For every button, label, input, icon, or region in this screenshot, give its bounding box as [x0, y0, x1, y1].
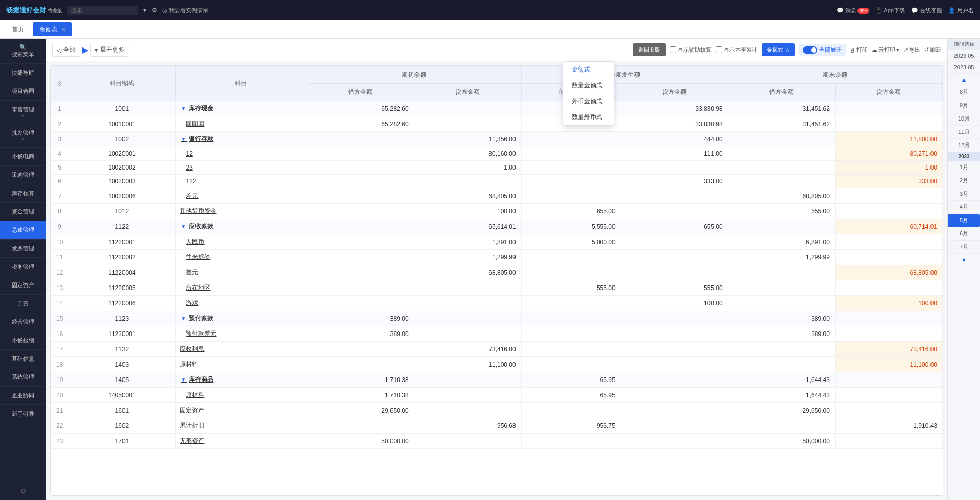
table-settings-icon[interactable]: ⚙ — [57, 80, 62, 87]
format-menu-amount[interactable]: 金额式 — [564, 62, 614, 78]
expand-all-toggle[interactable]: 全部展开 — [799, 44, 846, 56]
tab-close-balance[interactable]: ✕ — [61, 26, 65, 33]
period-may[interactable]: 5月 — [948, 214, 980, 227]
account-code-cell[interactable]: 11220005 — [68, 280, 176, 296]
sidebar-item-wholesale[interactable]: 批发管理 ▾ — [0, 124, 46, 148]
period-jun[interactable]: 6月 — [948, 227, 980, 241]
period-mar[interactable]: 3月 — [948, 187, 980, 201]
export-button[interactable]: ↗ 导出 — [903, 46, 920, 54]
period-feb[interactable]: 2月 — [948, 174, 980, 187]
table-row: 1 1001 ▼ 库存现金 65,282.60 33,830.98 31,451… — [51, 101, 943, 116]
account-code-cell[interactable]: 1405 — [68, 372, 176, 388]
account-code-cell[interactable]: 11220006 — [68, 296, 176, 311]
user-avatar[interactable]: 👤 用户名 — [948, 7, 974, 14]
account-code-cell[interactable]: 1132 — [68, 342, 176, 357]
top-settings-icon[interactable]: ⚙ — [152, 7, 157, 14]
sidebar-item-system[interactable]: 系统管理 — [0, 368, 46, 387]
period-2023-05-2[interactable]: 2023.05 — [948, 62, 980, 74]
account-code-cell[interactable]: 1601 — [68, 403, 176, 418]
sidebar-item-operations[interactable]: 经营管理 — [0, 313, 46, 331]
account-code-cell[interactable]: 10020002 — [68, 161, 176, 175]
account-code-cell[interactable]: 10010001 — [68, 116, 176, 132]
breadcrumb-button[interactable]: ◁ 全部 — [52, 43, 80, 57]
closing-credit-cell: 73,416.00 — [835, 342, 942, 357]
account-code-cell[interactable]: 1002 — [68, 132, 176, 147]
sidebar-item-shortcuts[interactable]: 快捷导航 — [0, 64, 46, 82]
sidebar-item-sales[interactable]: 小畅报销 — [0, 331, 46, 350]
refresh-button[interactable]: ↺ 刷新 — [924, 46, 941, 54]
tab-balance[interactable]: 余额表 ✕ — [33, 22, 72, 36]
sidebar-item-payroll[interactable]: 工资 — [0, 295, 46, 313]
sidebar-item-inventory[interactable]: 库存核算 — [0, 184, 46, 203]
tab-home[interactable]: 首页 — [5, 22, 31, 36]
account-code-cell[interactable]: 1122 — [68, 219, 176, 234]
account-name-cell: 游戏 — [176, 296, 307, 311]
account-code-cell[interactable]: 1701 — [68, 434, 176, 449]
print-button[interactable]: 🖨 打印 — [850, 46, 868, 54]
sidebar-item-capital[interactable]: 资金管理 — [0, 203, 46, 221]
period-jul[interactable]: 7月 — [948, 241, 980, 254]
sidebar-item-project[interactable]: 项目合同 — [0, 82, 46, 101]
top-search-input[interactable] — [67, 6, 138, 15]
sidebar-item-guide[interactable]: 新手引导 — [0, 405, 46, 423]
account-code-cell[interactable]: 1403 — [68, 357, 176, 372]
table-row: 16 11230001 预付款差元 389.00 389.00 — [51, 326, 943, 342]
sidebar-item-general[interactable]: 总账管理 — [0, 221, 46, 240]
account-code-cell[interactable]: 1123 — [68, 311, 176, 326]
period-sep[interactable]: 9月 — [948, 99, 980, 112]
messages-button[interactable]: 💬 消息99+ — [837, 7, 869, 14]
toggle-switch[interactable] — [803, 46, 817, 54]
format-menu-qty-foreign[interactable]: 数量外币式 — [564, 109, 614, 125]
account-code-cell[interactable]: 14050001 — [68, 388, 176, 403]
sidebar-item-purchase[interactable]: 采购管理 — [0, 166, 46, 184]
sidebar-item-search[interactable]: 🔍 搜索菜单 — [0, 39, 46, 64]
opening-debit-cell — [307, 357, 414, 372]
cloud-print-button[interactable]: ☁ 云打印 ▾ — [872, 46, 899, 54]
account-code-cell[interactable]: 11220001 — [68, 234, 176, 250]
back-to-old-button[interactable]: 返回旧版 — [633, 43, 666, 56]
demo-link[interactable]: ◎ 我要看实例演示 — [162, 7, 208, 14]
account-code-cell[interactable]: 1012 — [68, 204, 176, 219]
sidebar-item-cooperation[interactable]: 企业协同 — [0, 387, 46, 405]
search-dropdown-icon[interactable]: ▾ — [143, 7, 146, 14]
show-auxiliary-checkbox[interactable]: 显示辅助核算 — [670, 46, 712, 54]
expand-more-button[interactable]: ▾ 展开更多 — [90, 43, 129, 57]
account-code-cell[interactable]: 1001 — [68, 101, 176, 116]
account-code-cell[interactable]: 11220004 — [68, 265, 176, 280]
period-oct[interactable]: 10月 — [948, 112, 980, 126]
sidebar-item-assets[interactable]: 固定资产 — [0, 276, 46, 295]
opening-credit-cell — [414, 311, 521, 326]
period-2023-05-1[interactable]: 2023.05 — [948, 50, 980, 62]
row-num-cell: 18 — [51, 357, 68, 372]
auxiliary-checkbox-input[interactable] — [670, 46, 676, 53]
period-nav-down[interactable]: ▾ — [948, 254, 980, 266]
format-button[interactable]: 金额式 ∧ — [762, 43, 795, 56]
period-apr[interactable]: 4月 — [948, 201, 980, 214]
sidebar-item-retail[interactable]: 零售管理 ▾ — [0, 101, 46, 124]
account-code-cell[interactable]: 11230001 — [68, 326, 176, 342]
account-code-cell[interactable]: 10020006 — [68, 188, 176, 204]
closing-debit-cell: 6,891.00 — [728, 234, 835, 250]
online-service-button[interactable]: 💬 在线客服 — [911, 7, 942, 14]
period-jan[interactable]: 1月 — [948, 161, 980, 174]
account-code-cell[interactable]: 10020001 — [68, 147, 176, 161]
account-code-cell[interactable]: 1602 — [68, 418, 176, 434]
sidebar-item-invoice[interactable]: 发票管理 — [0, 240, 46, 258]
sidebar-item-basic[interactable]: 基础信息 — [0, 350, 46, 368]
sidebar-item-ecommerce[interactable]: 小畅电商 — [0, 148, 46, 166]
app-download-button[interactable]: 📱 App下载 — [875, 7, 905, 14]
period-nav-up[interactable]: ▲ — [948, 74, 980, 86]
period-nov[interactable]: 11月 — [948, 126, 980, 139]
format-menu-qty-amount[interactable]: 数量金额式 — [564, 78, 614, 93]
period-aug[interactable]: 8月 — [948, 86, 980, 99]
period-dec[interactable]: 12月 — [948, 139, 980, 152]
annual-checkbox-input[interactable] — [716, 46, 722, 53]
format-menu-foreign-amount[interactable]: 外币金额式 — [564, 93, 614, 109]
account-code-cell[interactable]: 10020003 — [68, 175, 176, 188]
account-code-cell[interactable]: 11220002 — [68, 250, 176, 265]
sidebar-settings-button[interactable]: ⚙ — [0, 483, 46, 500]
closing-credit-cell — [835, 403, 942, 418]
table-row: 18 1403 原材料 11,100.00 11,100.00 — [51, 357, 943, 372]
sidebar-item-tax[interactable]: 税务管理 — [0, 258, 46, 276]
show-annual-checkbox[interactable]: 显示本年累计 — [716, 46, 757, 54]
